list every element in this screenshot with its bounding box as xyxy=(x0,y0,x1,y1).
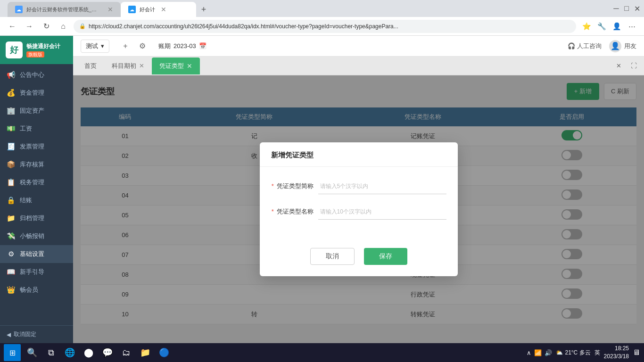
sidebar-item-announcements[interactable]: 📢 公告中心 xyxy=(0,66,73,84)
extensions-icon[interactable]: 🔧 xyxy=(595,20,608,33)
closing-icon: 🔒 xyxy=(7,196,15,205)
period-label: 账期 xyxy=(158,42,171,50)
modal-footer: 取消 保存 xyxy=(260,240,458,276)
taskbar-weather[interactable]: ⛅ 21°C 多云 xyxy=(556,349,590,357)
profile-icon[interactable]: 👤 xyxy=(610,20,623,33)
forward-button[interactable]: → xyxy=(23,20,36,33)
name-label: * 凭证类型名称 xyxy=(271,207,318,216)
inventory-icon: 📦 xyxy=(7,160,15,169)
favorites-icon[interactable]: ⭐ xyxy=(580,20,593,33)
sidebar-item-settings[interactable]: ⚙ 基础设置 xyxy=(0,245,73,263)
weather-icon: ⛅ xyxy=(556,349,563,356)
taskbar-search[interactable]: 🔍 xyxy=(25,345,40,360)
time-display: 18:25 xyxy=(604,345,629,353)
close-button[interactable]: ✕ xyxy=(634,5,640,12)
menu-icon[interactable]: ⋯ xyxy=(625,20,638,33)
app-logo: 好 畅捷通好会计 旗舰版 xyxy=(0,36,73,64)
tab2-close[interactable]: ✕ xyxy=(161,6,166,13)
tab-voucher-label: 凭证类型 xyxy=(159,62,184,70)
settings-button[interactable]: ⚙ xyxy=(136,40,149,53)
taskbar-edge2[interactable]: 🔵 xyxy=(157,345,172,360)
tab-voucher-close[interactable]: ✕ xyxy=(187,62,192,70)
sidebar-item-archive[interactable]: 📁 归档管理 xyxy=(0,209,73,227)
expense-icon: 💸 xyxy=(7,232,15,240)
notification-button[interactable]: 🖥 xyxy=(633,348,640,357)
logo-badge: 旗舰版 xyxy=(26,50,60,58)
new-tab-button[interactable]: + xyxy=(196,2,211,17)
expand-panel-button[interactable]: ⛶ xyxy=(627,59,640,73)
back-button[interactable]: ← xyxy=(6,20,19,33)
sidebar-item-invoices[interactable]: 🧾 发票管理 xyxy=(0,138,73,156)
guide-icon: 📖 xyxy=(7,268,15,276)
calendar-icon[interactable]: 📅 xyxy=(199,42,206,49)
content-area: 凭证类型 + 新增 C 刷新 编码 凭证类型简称 凭证类型名称 是否启用 xyxy=(73,75,644,343)
taskbar-network-icon[interactable]: 📶 xyxy=(534,349,542,356)
add-voucher-type-modal: 新增凭证类型 * 凭证类型简称 * xyxy=(260,142,458,276)
abbr-label: * 凭证类型简称 xyxy=(271,182,318,190)
save-button[interactable]: 保存 xyxy=(364,248,407,265)
taskbar-wechat[interactable]: 💬 xyxy=(100,345,115,360)
sidebar-item-expense[interactable]: 💸 小畅报销 xyxy=(0,227,73,245)
taskbar-time[interactable]: 18:25 2023/3/18 xyxy=(604,345,629,361)
tab1-close[interactable]: ✕ xyxy=(107,6,113,13)
sidebar-item-guide[interactable]: 📖 新手引导 xyxy=(0,263,73,281)
minimize-button[interactable]: ─ xyxy=(613,5,619,12)
modal-title: 新增凭证类型 xyxy=(271,151,314,159)
member-icon: 👑 xyxy=(7,286,15,294)
maximize-button[interactable]: □ xyxy=(623,5,630,12)
required-mark: * xyxy=(272,208,274,215)
browser-tab-2[interactable]: ☁ 好会计 ✕ xyxy=(121,2,196,17)
sidebar-item-label: 小畅报销 xyxy=(20,232,44,240)
tab-subject-close[interactable]: ✕ xyxy=(139,62,144,69)
cancel-button[interactable]: 取消 xyxy=(310,248,355,265)
sidebar-item-funds[interactable]: 💰 资金管理 xyxy=(0,84,73,102)
taskbar-folder[interactable]: 📁 xyxy=(138,345,153,360)
url-bar[interactable]: 🔒 https://cloud2.chanjet.com/accounting/… xyxy=(74,20,576,33)
consult-button[interactable]: 🎧 人工咨询 xyxy=(568,42,602,50)
refresh-button[interactable]: ↻ xyxy=(40,20,53,33)
page-tabs: 首页 科目期初 ✕ 凭证类型 ✕ ✕ ⛶ xyxy=(73,57,644,75)
tab-home-label: 首页 xyxy=(84,62,97,70)
tab-home[interactable]: 首页 xyxy=(77,58,104,74)
taskbar-chrome[interactable]: ⬤ xyxy=(81,345,96,360)
period-value: 2023-03 xyxy=(173,42,196,49)
sidebar-item-assets[interactable]: 🏢 固定资产 xyxy=(0,102,73,120)
address-bar-actions: ⭐ 🔧 👤 ⋯ xyxy=(580,20,638,33)
weather-text: 21°C 多云 xyxy=(565,349,590,357)
taskbar-edge[interactable]: 🌐 xyxy=(62,345,77,360)
consult-label: 人工咨询 xyxy=(577,42,602,50)
start-button[interactable]: ⊞ xyxy=(4,344,21,361)
assets-icon: 🏢 xyxy=(7,107,15,115)
taskbar-chevron-icon[interactable]: ∧ xyxy=(527,349,531,356)
tab2-title: 好会计 xyxy=(140,6,155,13)
collapse-panel-button[interactable]: ✕ xyxy=(612,59,625,73)
user-avatar: 👤 xyxy=(609,40,621,52)
taskbar-app4[interactable]: 🗂 xyxy=(119,345,134,360)
tab-subject-init[interactable]: 科目期初 ✕ xyxy=(104,58,152,74)
tab-voucher-type[interactable]: 凭证类型 ✕ xyxy=(152,58,200,74)
browser-titlebar: ☁ 好会计云财务软件管理系统_会计 ✕ ☁ 好会计 ✕ + ─ □ ✕ xyxy=(0,0,644,17)
sidebar-item-closing[interactable]: 🔒 结账 xyxy=(0,191,73,209)
sidebar-footer[interactable]: ◀ 取消固定 xyxy=(0,325,73,343)
name-input[interactable] xyxy=(318,204,446,220)
sidebar-item-member[interactable]: 👑 畅会员 xyxy=(0,281,73,299)
add-workspace-button[interactable]: + xyxy=(119,40,132,53)
taskbar-volume-icon[interactable]: 🔊 xyxy=(545,349,552,356)
abbr-input[interactable] xyxy=(318,178,446,194)
archive-icon: 📁 xyxy=(7,214,15,222)
taskbar-ime[interactable]: 英 xyxy=(594,349,600,357)
name-label-text: 凭证类型名称 xyxy=(277,208,314,215)
window-controls: ─ □ ✕ xyxy=(613,5,640,12)
user-menu[interactable]: 👤 用友 xyxy=(609,40,636,52)
topbar-right: 🎧 人工咨询 👤 用友 xyxy=(568,40,636,52)
home-button[interactable]: ⌂ xyxy=(57,20,70,33)
tab-bar: ☁ 好会计云财务软件管理系统_会计 ✕ ☁ 好会计 ✕ + xyxy=(4,0,609,17)
sidebar-item-payroll[interactable]: 💵 工资 xyxy=(0,120,73,138)
taskbar-taskview[interactable]: ⧉ xyxy=(43,345,58,360)
sidebar-item-inventory[interactable]: 📦 库存核算 xyxy=(0,156,73,173)
browser-tab-1[interactable]: ☁ 好会计云财务软件管理系统_会计 ✕ xyxy=(8,2,121,17)
sidebar-item-tax[interactable]: 📋 税务管理 xyxy=(0,173,73,191)
workspace-selector[interactable]: 测试 ▾ xyxy=(81,40,109,53)
sidebar-item-label: 发票管理 xyxy=(20,142,44,151)
app-topbar: 测试 ▾ + ⚙ 账期 2023-03 📅 🎧 人工咨询 👤 用友 xyxy=(73,36,644,57)
